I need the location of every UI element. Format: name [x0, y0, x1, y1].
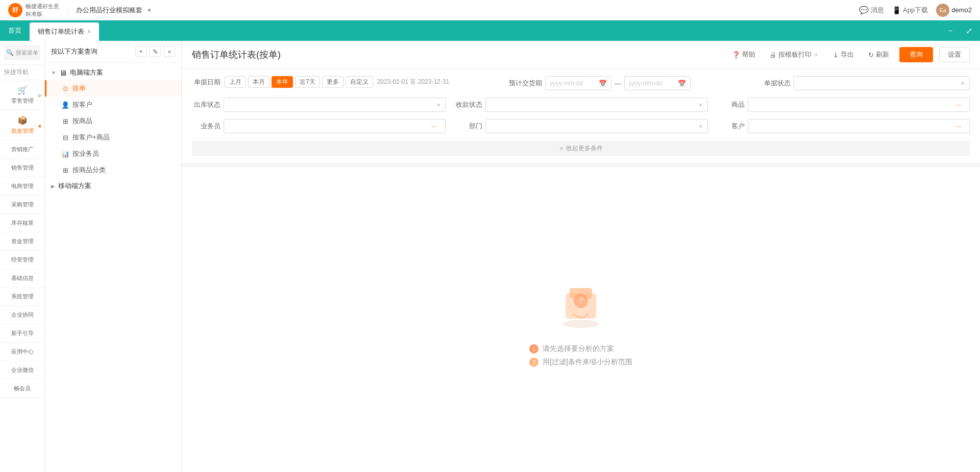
department-select[interactable]: ▼: [485, 119, 707, 133]
mobile-group-arrow: ▶: [51, 183, 55, 189]
sidebar-item-sales[interactable]: 销售管理: [0, 159, 44, 177]
customer-filter-group: 客户 ···: [708, 119, 970, 133]
sidebar-item-wholesale[interactable]: 📦 批发管理 ▲: [0, 110, 44, 140]
date-btn-this-year[interactable]: 本年: [272, 76, 293, 88]
download-icon: 📱: [892, 6, 901, 14]
sidebar-item-marketing[interactable]: 营销推广: [0, 140, 44, 159]
sidebar-item-enterprise[interactable]: 企业协同: [0, 306, 44, 324]
expected-date-start-input[interactable]: yyyy-mm-dd 📅: [545, 76, 611, 90]
edit-scheme-button[interactable]: ✎: [150, 46, 161, 57]
page-header: 销售订单统计表(按单) ❓ 帮助 🖨 按模板打印 ▼ ⤓: [182, 41, 980, 69]
content-area: 按以下方案查询 + ✎ « ▼ 🖥 电脑端方案 ⊙ 按单: [45, 41, 980, 472]
maximize-button[interactable]: ⤢: [962, 23, 976, 38]
sidebar-item-appstore[interactable]: 应用中心: [0, 343, 44, 361]
retail-icon: 🛒: [17, 85, 28, 95]
user-profile-button[interactable]: Ea demo2: [936, 4, 972, 17]
message-icon: 💬: [859, 6, 869, 15]
sidebar-item-retail[interactable]: 🛒 零售管理 ▶: [0, 80, 44, 110]
top-bar: 好 畅捷通好生意 标准版 办公用品行业模拟账套 ▼ 💬 消息 📱 App下载 E…: [0, 0, 980, 20]
by-customer-icon: 👤: [61, 101, 69, 109]
mobile-scheme-group-header[interactable]: ▶ 移动端方案: [45, 178, 181, 194]
logo-text: 畅捷通好生意 标准版: [26, 3, 59, 17]
sidebar-item-ecommerce[interactable]: 电商管理: [0, 177, 44, 196]
date-btn-more[interactable]: 更多: [322, 76, 344, 88]
top-bar-right: 💬 消息 📱 App下载 Ea demo2: [859, 4, 972, 17]
minimize-button[interactable]: －: [943, 23, 958, 38]
sidebar-item-operation[interactable]: 经营管理: [0, 251, 44, 269]
query-button[interactable]: 查询: [899, 47, 933, 62]
shipment-label: 出库状态: [192, 100, 220, 109]
page-actions: ❓ 帮助 🖨 按模板打印 ▼ ⤓ 导出 ↻: [728, 47, 970, 62]
left-panel-header: 按以下方案查询 + ✎ «: [45, 41, 181, 63]
nav-right-buttons: － ⤢: [943, 23, 980, 38]
scheme-item-by-order[interactable]: ⊙ 按单: [45, 80, 181, 97]
sidebar-item-basic[interactable]: 基础信息: [0, 269, 44, 288]
department-filter-group: 部门 ▼: [446, 119, 707, 133]
filter-section: 单据日期 上月 本月 本年 近7天 更多 自定义 2023-01-01 至 20…: [182, 69, 980, 163]
scheme-list: ▼ 🖥 电脑端方案 ⊙ 按单 👤 按客户 ⊞ 按商品: [45, 63, 181, 472]
sidebar-item-purchase[interactable]: 采购管理: [0, 196, 44, 214]
retail-arrow: ▶: [38, 92, 42, 98]
main-layout: 🔍 搜索菜单 快捷导航 🛒 零售管理 ▶ 📦 批发管理 ▲ 营销推广 销售管理 …: [0, 41, 980, 472]
add-scheme-button[interactable]: +: [135, 46, 146, 57]
date-preset-buttons: 上月 本月 本年 近7天 更多 自定义: [225, 76, 373, 88]
date-btn-last-month[interactable]: 上月: [225, 76, 246, 88]
date-btn-custom[interactable]: 自定义: [346, 76, 373, 88]
sidebar-item-system[interactable]: 系统管理: [0, 288, 44, 306]
shipment-select[interactable]: ▼: [224, 98, 446, 112]
salesperson-filter-group: 业务员 ···: [192, 119, 446, 133]
app-title-dropdown[interactable]: ▼: [146, 7, 152, 13]
collapse-panel-button[interactable]: «: [164, 46, 175, 57]
template-print-button[interactable]: 🖨 按模板打印 ▼: [766, 48, 823, 61]
sidebar-item-wechat[interactable]: 企业微信: [0, 361, 44, 380]
product-input[interactable]: ···: [748, 98, 970, 112]
expected-date-end-input[interactable]: yyyy-mm-dd 📅: [624, 76, 691, 90]
sidebar-item-newbie[interactable]: 新手引导: [0, 324, 44, 343]
tab-close-icon[interactable]: ×: [87, 28, 91, 35]
tab-home[interactable]: 首页: [0, 20, 30, 41]
collapse-filters-button[interactable]: ∧ 收起更多条件: [192, 141, 970, 156]
by-customer-product-icon: ⊟: [61, 133, 69, 141]
scheme-item-by-category[interactable]: ⊞ 按商品分类: [45, 162, 181, 178]
avatar: Ea: [936, 4, 949, 17]
scheme-item-by-product[interactable]: ⊞ 按商品: [45, 113, 181, 129]
pc-scheme-group-header[interactable]: ▼ 🖥 电脑端方案: [45, 65, 181, 80]
by-category-icon: ⊞: [61, 166, 69, 174]
page-title: 销售订单统计表(按单): [192, 49, 281, 61]
search-menu-button[interactable]: 🔍 搜索菜单: [4, 45, 40, 60]
settings-button[interactable]: 设置: [939, 47, 970, 62]
product-ellipsis-btn[interactable]: ···: [951, 101, 965, 109]
sidebar-item-member[interactable]: 畅会员: [0, 380, 44, 398]
tab-sales-order-statistics[interactable]: 销售订单统计表 ×: [30, 22, 99, 41]
sidebar-item-stock[interactable]: 库存核算: [0, 214, 44, 232]
quick-nav-item[interactable]: 快捷导航: [0, 65, 44, 80]
salesperson-input[interactable]: ···: [224, 119, 446, 133]
message-button[interactable]: 💬 消息: [859, 6, 884, 15]
department-label: 部门: [454, 122, 482, 131]
left-panel-title: 按以下方案查询: [51, 47, 97, 56]
empty-tip-1: 1 请先选择要分析的方案: [529, 344, 632, 353]
receipt-select[interactable]: ▼: [485, 98, 707, 112]
scheme-item-by-salesperson[interactable]: 📊 按业务员: [45, 146, 181, 162]
customer-ellipsis-btn[interactable]: ···: [951, 122, 965, 130]
export-button[interactable]: ⤓ 导出: [829, 48, 858, 61]
date-label: 单据日期: [192, 78, 220, 87]
date-btn-this-month[interactable]: 本月: [248, 76, 270, 88]
refresh-button[interactable]: ↻ 刷新: [864, 48, 893, 61]
sidebar-item-finance[interactable]: 资金管理: [0, 232, 44, 251]
customer-input[interactable]: ···: [748, 119, 970, 133]
print-icon: 🖨: [770, 51, 776, 59]
expected-date-label: 预计交货期: [509, 79, 542, 88]
date-btn-7days[interactable]: 近7天: [295, 76, 320, 88]
help-button[interactable]: ❓ 帮助: [728, 48, 760, 61]
empty-tip-2: 2 用[过滤]条件来缩小分析范围: [529, 358, 632, 367]
product-label: 商品: [716, 100, 745, 109]
receipt-filter-group: 收款状态 ▼: [446, 98, 707, 112]
status-select[interactable]: ▼: [794, 76, 970, 90]
scheme-item-by-customer-product[interactable]: ⊟ 按客户+商品: [45, 129, 181, 146]
salesperson-ellipsis-btn[interactable]: ···: [427, 122, 442, 130]
help-icon: ❓: [732, 51, 740, 59]
app-download-button[interactable]: 📱 App下载: [892, 6, 928, 15]
scheme-item-by-customer[interactable]: 👤 按客户: [45, 97, 181, 113]
filter-row-3: 业务员 ··· 部门 ▼ 客户: [192, 119, 970, 133]
